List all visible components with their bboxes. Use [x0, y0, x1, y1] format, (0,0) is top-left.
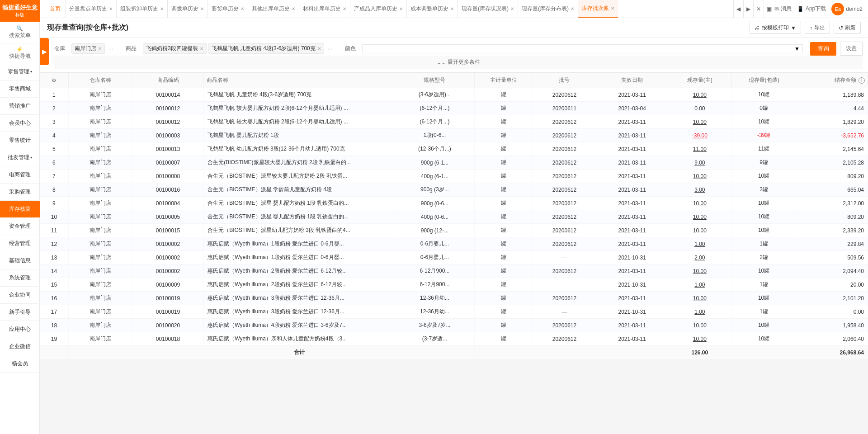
tab-close-8[interactable]: ✕ [510, 6, 514, 11]
sidebar-item-system[interactable]: 系统管理 [0, 269, 40, 287]
tab-10[interactable]: 库存批次账✕ [578, 0, 618, 18]
cell-stock-main[interactable]: 10.00 [668, 332, 731, 346]
cell-stock-main[interactable]: 0.00 [668, 102, 731, 115]
cell-stock-main[interactable]: 10.00 [668, 115, 731, 129]
tab-1[interactable]: 组装拆卸单历史✕ [116, 0, 167, 18]
sidebar-item-shop[interactable]: 零售商城 [0, 80, 40, 98]
cell-stock-main[interactable]: 10.00 [668, 224, 731, 237]
goods-tag-close-0[interactable]: ✕ [200, 46, 203, 51]
tab-4[interactable]: 其他出库单历史✕ [248, 0, 299, 18]
sidebar-item-purchase[interactable]: 采购管理 [0, 184, 40, 201]
export-btn[interactable]: ↑ 导出 [805, 22, 830, 34]
cell-unit: 罐 [474, 224, 533, 237]
home-tab[interactable]: 首页 [45, 0, 65, 18]
settings-btn[interactable]: 设置 [840, 42, 863, 56]
tab-expand-btn[interactable]: ▣ [764, 0, 774, 18]
quick-nav[interactable]: ⚡ 快捷导航 [0, 43, 40, 63]
sidebar-item-appstore[interactable]: 应用中心 [0, 321, 40, 338]
tab-close-9[interactable]: ✕ [571, 6, 574, 11]
color-label: 颜色 [345, 45, 359, 52]
table-header: ⚙ 仓库名称 商品编码 商品名称 规格型号 主计量单位 批号 失效日期 现存量(… [40, 73, 868, 88]
sidebar-item-retail[interactable]: 零售管理▾ [0, 63, 40, 80]
tab-next-btn[interactable]: ▶ [743, 0, 753, 18]
tab-prev-btn[interactable]: ◀ [733, 0, 743, 18]
cell-stock-main[interactable]: 1.00 [668, 305, 731, 319]
sidebar-item-marketing[interactable]: 营销推广 [0, 98, 40, 115]
user-info[interactable]: Ea demo2 [831, 3, 863, 15]
goods-tag-0: 飞鹤奶粉3段四罐提装✕ [143, 43, 207, 54]
tab-3[interactable]: 要货单历史✕ [208, 0, 248, 18]
sidebar-item-member2[interactable]: 畅会员 [0, 355, 40, 373]
print-btn[interactable]: 🖨 按模板打印 ▼ [750, 22, 801, 34]
tab-close-0[interactable]: ✕ [109, 6, 113, 11]
sidebar-item-guide[interactable]: 新手引导 [0, 304, 40, 321]
tab-9[interactable]: 现存量(库存分布表)✕ [518, 0, 578, 18]
cell-stock-main[interactable]: 3.00 [668, 183, 731, 197]
table-row: 8南岸门店00100016合生元（BIOSTIME）派星 学龄前儿童配方奶粉 4… [40, 183, 868, 197]
cell-stock-main[interactable]: 10.00 [668, 292, 731, 305]
main-area: 首页 分量盘点单历史✕组装拆卸单历史✕调拨单历史✕要货单历史✕其他出库单历史✕材… [40, 0, 868, 434]
cell-stock-main[interactable]: 10.00 [668, 170, 731, 183]
tab-7[interactable]: 成本调整单历史✕ [406, 0, 458, 18]
tab-close-7[interactable]: ✕ [450, 6, 454, 11]
tab-close-5[interactable]: ✕ [343, 6, 346, 11]
tab-close-6[interactable]: ✕ [399, 6, 403, 11]
cell-stock-main[interactable]: 11.00 [668, 142, 731, 156]
sidebar-item-finance[interactable]: 资金管理 [0, 218, 40, 235]
cell-stock-main[interactable]: 1.00 [668, 278, 731, 292]
tab-2[interactable]: 调拨单历史✕ [167, 0, 208, 18]
expand-more-btn[interactable]: ⌄⌄ 展开更多条件 [54, 56, 863, 69]
warehouse-dots[interactable]: ··· [108, 46, 113, 52]
color-select[interactable]: ▼ [362, 44, 803, 53]
sidebar-item-operation[interactable]: 经营管理 [0, 235, 40, 252]
sidebar-item-wholesale[interactable]: 批发管理▾ [0, 149, 40, 166]
query-btn[interactable]: 查询 [810, 42, 836, 56]
tab-0[interactable]: 分量盘点单历史✕ [65, 0, 116, 18]
amount-info-icon[interactable]: i [859, 77, 865, 84]
tab-close-btn[interactable]: ✕ [753, 0, 764, 18]
cell-stock-main[interactable]: 9.00 [668, 156, 731, 170]
cell-name: 飞鹤星飞帆 儿童奶粉 4段(3-6岁适用) 700克 [204, 88, 395, 102]
app-download-btn[interactable]: 📱 App下载 [797, 5, 826, 13]
cell-stock-main[interactable]: -39.00 [668, 129, 731, 142]
sidebar-item-inventory[interactable]: 库存核算 [0, 201, 40, 218]
sidebar-item-ecommerce[interactable]: 电商管理 [0, 166, 40, 184]
cell-code: 00100008 [132, 170, 203, 183]
cell-batch: 20200612 [533, 224, 596, 237]
cell-seq: 1 [40, 88, 68, 102]
tab-close-1[interactable]: ✕ [160, 6, 164, 11]
cell-stock-main[interactable]: 10.00 [668, 210, 731, 224]
filter-expand-arrow[interactable]: ▶ [40, 38, 49, 65]
cell-unit: 罐 [474, 183, 533, 197]
cell-stock-main[interactable]: 10.00 [668, 88, 731, 102]
sidebar-item-enterprise[interactable]: 企业协同 [0, 287, 40, 304]
cell-stock-main[interactable]: 10.00 [668, 264, 731, 278]
sidebar-item-stats[interactable]: 零售统计 [0, 132, 40, 149]
cell-stock-main[interactable]: 10.00 [668, 197, 731, 210]
tab-6[interactable]: 产成品入库单历史✕ [350, 0, 406, 18]
sidebar-item-member[interactable]: 会员中心 [0, 115, 40, 132]
tab-close-2[interactable]: ✕ [200, 6, 204, 11]
cell-stock-main[interactable]: 2.00 [668, 251, 731, 264]
tab-close-10[interactable]: ✕ [611, 6, 614, 11]
th-amount: 结存金额 i [796, 73, 868, 88]
sidebar-item-wechat[interactable]: 企业微信 [0, 338, 40, 355]
tab-8[interactable]: 现存量(库存状况表)✕ [458, 0, 518, 18]
cell-amount: 665.04 [796, 183, 868, 197]
goods-tag-close-1[interactable]: ✕ [317, 46, 321, 51]
logo[interactable]: 畅捷通好生意 标版 [0, 0, 40, 22]
th-settings[interactable]: ⚙ [40, 73, 68, 88]
tab-close-3[interactable]: ✕ [241, 6, 244, 11]
cell-stock-main[interactable]: 1.00 [668, 237, 731, 251]
search-menu[interactable]: 🔍 搜索菜单 [0, 22, 40, 43]
messages-btn[interactable]: ✉ 消息 [774, 5, 792, 13]
tab-5[interactable]: 材料出库单历史✕ [299, 0, 350, 18]
cell-stock-main[interactable]: 10.00 [668, 319, 731, 332]
sidebar-item-basic[interactable]: 基础信息 [0, 252, 40, 269]
warehouse-tag-close[interactable]: ✕ [98, 46, 102, 51]
goods-dots[interactable]: ··· [328, 46, 332, 52]
search-icon: 🔍 [2, 25, 38, 32]
tab-close-4[interactable]: ✕ [292, 6, 295, 11]
refresh-btn[interactable]: ↺ 刷新 [834, 22, 861, 34]
cell-warehouse: 南岸门店 [68, 237, 132, 251]
